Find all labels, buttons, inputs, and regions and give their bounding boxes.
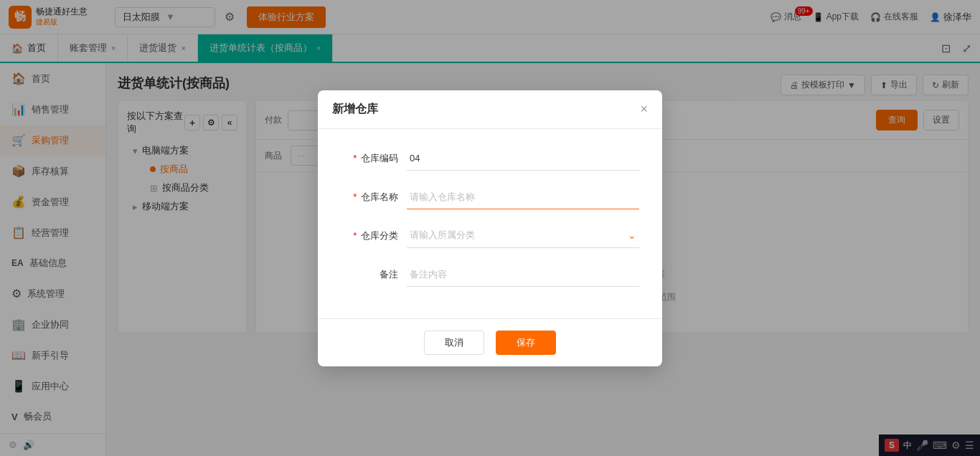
modal-header: 新增仓库 × [318, 90, 662, 129]
remark-label: 备注 [341, 268, 398, 281]
modal-close-button[interactable]: × [640, 103, 648, 115]
form-row-code: * 仓库编码 [341, 146, 639, 171]
modal-backdrop: 新增仓库 × * 仓库编码 * 仓库名称 [0, 0, 980, 456]
remark-input[interactable] [407, 262, 639, 287]
save-button[interactable]: 保存 [496, 331, 556, 355]
modal-title: 新增仓库 [332, 102, 378, 117]
warehouse-code-input[interactable] [407, 146, 639, 171]
cancel-button[interactable]: 取消 [424, 331, 484, 355]
code-label: * 仓库编码 [341, 152, 398, 165]
form-row-name: * 仓库名称 [341, 185, 639, 209]
modal-footer: 取消 保存 [318, 318, 662, 366]
category-label: * 仓库分类 [341, 229, 398, 242]
warehouse-name-input[interactable] [407, 185, 639, 209]
name-label: * 仓库名称 [341, 191, 398, 204]
category-dropdown-icon: ⌄ [628, 229, 636, 241]
form-row-remark: 备注 [341, 262, 639, 287]
category-select[interactable]: 请输入所属分类 ⌄ [407, 224, 639, 248]
form-row-category: * 仓库分类 请输入所属分类 ⌄ [341, 224, 639, 248]
modal-body: * 仓库编码 * 仓库名称 * 仓库分类 请输入 [318, 129, 662, 318]
add-warehouse-modal: 新增仓库 × * 仓库编码 * 仓库名称 [318, 90, 662, 366]
